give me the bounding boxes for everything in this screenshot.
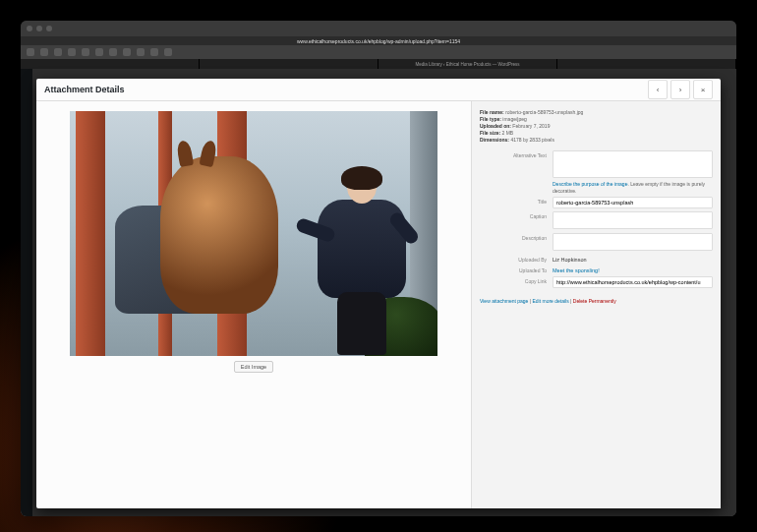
browser-tab[interactable]: Media Library ‹ Ethical Horse Products —… bbox=[378, 59, 557, 69]
caption-label: Caption bbox=[480, 211, 553, 219]
alt-text-hint: Describe the purpose of the image. Leave… bbox=[553, 181, 713, 194]
meta-file-name: File name: roberto-garcia-589753-unsplas… bbox=[480, 109, 713, 115]
delete-permanently-link[interactable]: Delete Permanently bbox=[573, 298, 616, 304]
browser-tab[interactable] bbox=[200, 59, 378, 69]
description-input[interactable] bbox=[553, 233, 713, 251]
chevron-left-icon: ‹ bbox=[657, 86, 660, 94]
next-attachment-button[interactable]: › bbox=[670, 80, 690, 99]
uploaded-by-value: Liz Hopkinson bbox=[553, 255, 713, 263]
attachment-sidebar: File name: roberto-garcia-589753-unsplas… bbox=[471, 101, 721, 508]
toolbar-icon[interactable] bbox=[82, 48, 89, 56]
meta-file-type: File type: image/jpeg bbox=[480, 116, 713, 122]
page-content: Attachment Details ‹ › × bbox=[21, 69, 736, 516]
toolbar-icon[interactable] bbox=[150, 48, 158, 56]
modal-nav: ‹ › × bbox=[645, 80, 713, 99]
attachment-image bbox=[70, 111, 437, 356]
modal-title: Attachment Details bbox=[44, 85, 125, 94]
browser-toolbar bbox=[21, 45, 736, 59]
toolbar-icon[interactable] bbox=[164, 48, 172, 56]
browser-window: www.ethicalhorseproducts.co.uk/ehpblog/w… bbox=[21, 21, 736, 516]
copy-link-label: Copy Link bbox=[480, 276, 553, 284]
desktop-background: www.ethicalhorseproducts.co.uk/ehpblog/w… bbox=[0, 0, 757, 532]
attachment-actions: View attachment page | Edit more details… bbox=[480, 298, 713, 304]
edit-image-button[interactable]: Edit Image bbox=[234, 361, 273, 373]
browser-tabs: Media Library ‹ Ethical Horse Products —… bbox=[21, 59, 736, 69]
uploaded-by-label: Uploaded By bbox=[480, 255, 553, 263]
address-bar[interactable]: www.ethicalhorseproducts.co.uk/ehpblog/w… bbox=[21, 36, 736, 45]
alt-hint-link[interactable]: Describe the purpose of the image bbox=[553, 181, 627, 187]
uploaded-to-link[interactable]: Meet the sponsling! bbox=[553, 267, 600, 273]
view-attachment-link[interactable]: View attachment page bbox=[480, 298, 528, 304]
meta-uploaded-on: Uploaded on: February 7, 2019 bbox=[480, 123, 713, 129]
toolbar-icon[interactable] bbox=[95, 48, 103, 56]
attachment-details-modal: Attachment Details ‹ › × bbox=[36, 79, 721, 508]
prev-attachment-button[interactable]: ‹ bbox=[648, 80, 668, 99]
toolbar-icon[interactable] bbox=[123, 48, 131, 56]
meta-file-size: File size: 2 MB bbox=[480, 130, 713, 136]
edit-more-details-link[interactable]: Edit more details bbox=[532, 298, 568, 304]
meta-dimensions: Dimensions: 4178 by 2833 pixels bbox=[480, 137, 713, 143]
close-window-icon[interactable] bbox=[27, 26, 32, 31]
caption-input[interactable] bbox=[553, 211, 713, 229]
close-icon: × bbox=[701, 86, 706, 94]
alt-text-label: Alternative Text bbox=[480, 150, 553, 158]
title-label: Title bbox=[480, 197, 553, 205]
copy-link-input[interactable] bbox=[553, 276, 713, 288]
browser-tab[interactable] bbox=[557, 59, 736, 69]
toolbar-icon[interactable] bbox=[68, 48, 76, 56]
toolbar-icon[interactable] bbox=[27, 48, 34, 56]
toolbar-icon[interactable] bbox=[137, 48, 145, 56]
toolbar-icon[interactable] bbox=[54, 48, 62, 56]
media-preview-column: Edit Image bbox=[36, 101, 471, 508]
toolbar-icon[interactable] bbox=[40, 48, 48, 56]
description-label: Description bbox=[480, 233, 553, 241]
title-input[interactable] bbox=[553, 197, 713, 208]
attachment-settings: Alternative Text Describe the purpose of… bbox=[480, 150, 713, 288]
zoom-window-icon[interactable] bbox=[46, 26, 52, 31]
window-traffic-lights bbox=[21, 21, 736, 36]
modal-body: Edit Image File name: roberto-garcia-589… bbox=[36, 101, 721, 508]
modal-header: Attachment Details ‹ › × bbox=[36, 79, 721, 101]
uploaded-to-label: Uploaded To bbox=[480, 266, 553, 273]
close-modal-button[interactable]: × bbox=[693, 80, 713, 99]
url-text: www.ethicalhorseproducts.co.uk/ehpblog/w… bbox=[297, 38, 460, 44]
toolbar-icon[interactable] bbox=[109, 48, 117, 56]
minimize-window-icon[interactable] bbox=[36, 26, 42, 31]
alt-text-input[interactable] bbox=[553, 150, 713, 178]
chevron-right-icon: › bbox=[679, 86, 682, 94]
browser-tab[interactable] bbox=[21, 59, 200, 69]
